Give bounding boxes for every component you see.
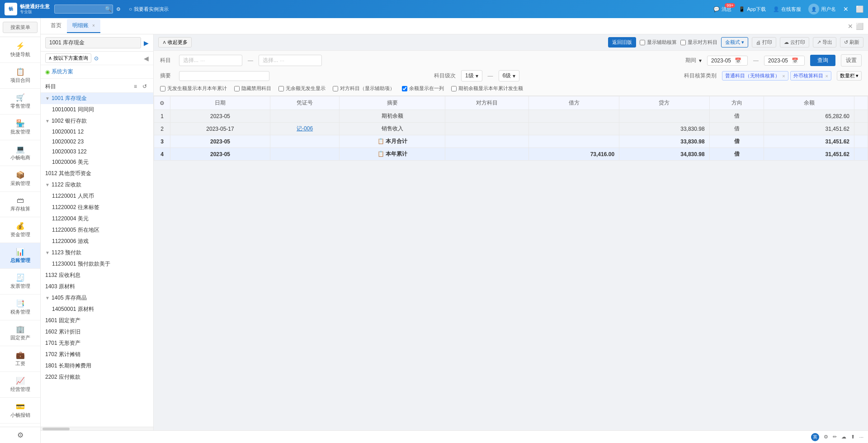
- subject-start-input[interactable]: 选择... ···: [179, 55, 242, 66]
- level-start-select[interactable]: 1级 ▾: [461, 70, 482, 81]
- sidebar-item-operations[interactable]: 📈 经营管理: [0, 372, 40, 398]
- bottom-more-btn[interactable]: ···: [859, 434, 863, 440]
- sidebar-item-wholesale[interactable]: 🏪 批发管理: [0, 114, 40, 140]
- cb-balance-one-col-input[interactable]: [402, 86, 407, 91]
- tree-item-11220004[interactable]: 11220004 美元: [41, 213, 153, 224]
- account-tree[interactable]: 科目 ≡ ↺ ▼ 1001 库存现金 10010001 同同同: [41, 79, 153, 427]
- tree-item-10020003[interactable]: 10020003 122: [41, 147, 153, 157]
- tree-item-1601[interactable]: 1601 固定资产: [41, 315, 153, 326]
- bottom-edit-btn[interactable]: ✏: [833, 434, 837, 440]
- tree-item-1123[interactable]: ▼ 1123 预付款: [41, 247, 153, 258]
- tree-item-1702[interactable]: 1702 累计摊销: [41, 349, 153, 360]
- online-service-btn[interactable]: 👤 在线客服: [773, 6, 801, 13]
- tree-item-1801[interactable]: 1801 长期待摊费用: [41, 360, 153, 372]
- sidebar-item-basic-info[interactable]: ℹ 基础信息: [0, 424, 40, 427]
- filter-settings-btn[interactable]: 设置: [841, 54, 862, 67]
- lang-btn[interactable]: 英: [811, 433, 819, 441]
- sidebar-item-ecommerce[interactable]: 💻 小畅电商: [0, 140, 40, 166]
- period-end-input[interactable]: 2023-05 📅: [764, 56, 805, 66]
- demo-link[interactable]: ○ 我要看实例演示: [129, 6, 169, 13]
- sidebar-item-purchase[interactable]: 📦 采购管理: [0, 166, 40, 192]
- sidebar-item-project-contract[interactable]: 📋 项目合同: [0, 63, 40, 89]
- period-start-input[interactable]: 2023-05 📅: [707, 56, 748, 66]
- tree-item-11230001[interactable]: 11230001 预付款款美于: [41, 258, 153, 270]
- search-input[interactable]: [54, 5, 113, 14]
- row-voucher[interactable]: 记-006: [270, 123, 340, 135]
- sidebar-item-quick-nav[interactable]: ⚡ 快捷导航: [0, 37, 40, 63]
- tree-item-1002[interactable]: ▼ 1002 银行存款: [41, 115, 153, 127]
- cb-no-amount-input[interactable]: [160, 86, 165, 91]
- tree-item-10020001[interactable]: 10020001 12: [41, 127, 153, 137]
- tree-item-11220001[interactable]: 11220001 人民币: [41, 191, 153, 202]
- tree-item-10020002[interactable]: 10020002 23: [41, 137, 153, 147]
- sidebar-item-ledger[interactable]: 📊 总账管理: [0, 243, 40, 269]
- bottom-cloud-btn[interactable]: ☁: [841, 434, 846, 440]
- maximize-window-btn[interactable]: ⬜: [856, 5, 863, 13]
- level-end-select[interactable]: 6级 ▾: [499, 70, 520, 81]
- return-old-btn[interactable]: 返回旧版: [608, 37, 636, 48]
- tree-item-2202[interactable]: 2202 应付账款: [41, 372, 153, 383]
- tree-item-1122[interactable]: ▼ 1122 应收款: [41, 179, 153, 191]
- query-btn[interactable]: 查询: [810, 55, 835, 66]
- sidebar-search-btn[interactable]: 搜索菜单: [3, 22, 38, 33]
- user-menu[interactable]: 👤 用户名: [808, 4, 836, 14]
- export-btn[interactable]: ↗ 导出: [813, 37, 836, 48]
- window-restore-btn[interactable]: ⬜: [856, 23, 863, 30]
- tree-item-1405[interactable]: ▼ 1405 库存商品: [41, 292, 153, 304]
- sidebar-item-tax[interactable]: 📑 税务管理: [0, 295, 40, 320]
- remove-tag-0-btn[interactable]: ×: [782, 73, 785, 79]
- tree-item-1602[interactable]: 1602 累计折旧: [41, 326, 153, 338]
- tree-item-14050001[interactable]: 14050001 原材料: [41, 304, 153, 315]
- bottom-upload-btn[interactable]: ⬆: [851, 434, 855, 440]
- app-download-btn[interactable]: 📱 App下载: [739, 6, 766, 13]
- bottom-settings-btn[interactable]: ⚙: [824, 434, 828, 440]
- tree-item-11220005[interactable]: 11220005 所在地区: [41, 224, 153, 236]
- tree-item-11220006[interactable]: 11220006 游戏: [41, 236, 153, 247]
- aux-calc-checkbox[interactable]: [640, 40, 645, 45]
- system-scheme-btn[interactable]: ◉ 系统方案: [45, 68, 149, 76]
- messages-btn[interactable]: 💬 消息 99+: [713, 6, 731, 13]
- sidebar-item-inventory[interactable]: 🗃 库存核算: [0, 192, 40, 217]
- sidebar-item-retail[interactable]: 🛒 零售管理: [0, 89, 40, 114]
- tree-refresh-btn[interactable]: ↺: [141, 82, 149, 91]
- tree-item-1701[interactable]: 1701 无形资产: [41, 338, 153, 349]
- print-btn[interactable]: 🖨 打印: [752, 37, 776, 48]
- collapse-panel-btn[interactable]: ◀: [144, 55, 149, 62]
- cb-no-balance-input[interactable]: [278, 86, 284, 91]
- settings-btn[interactable]: ⚙: [113, 5, 123, 13]
- opposite-checkbox[interactable]: [680, 40, 686, 45]
- remove-tag-1-btn[interactable]: ×: [826, 73, 828, 79]
- scrollbar-thumb[interactable]: [42, 428, 70, 430]
- tree-item-1132[interactable]: 1132 应收利息: [41, 270, 153, 281]
- subject-end-input[interactable]: 选择... ···: [259, 55, 322, 66]
- window-close-btn[interactable]: ✕: [848, 23, 853, 30]
- amount-format-btn[interactable]: 金额式 ▾: [721, 37, 748, 48]
- collapse-more-btn[interactable]: ∧ 收起更多: [158, 37, 192, 48]
- cb-opposite-input[interactable]: [333, 86, 338, 91]
- sidebar-settings-btn[interactable]: ⚙: [17, 431, 24, 439]
- qty-btn[interactable]: 数量栏 ▾: [837, 71, 862, 81]
- cb-opening-ytd-input[interactable]: [451, 86, 457, 91]
- col-settings[interactable]: ⚙: [154, 96, 170, 110]
- summary-input[interactable]: [179, 71, 269, 81]
- close-window-btn[interactable]: ✕: [843, 5, 849, 13]
- sidebar-item-mini-sales[interactable]: 💳 小畅报销: [0, 398, 40, 424]
- tab-close-btn[interactable]: ×: [92, 23, 95, 28]
- query-by-btn[interactable]: ∧ 按以下方案查询: [45, 53, 91, 63]
- sidebar-item-fixed-assets[interactable]: 🏢 固定资产: [0, 320, 40, 346]
- tree-item-10020006[interactable]: 10020006 美元: [41, 157, 153, 168]
- cloud-print-btn[interactable]: ☁ 云打印: [780, 37, 809, 48]
- tab-home[interactable]: 首页: [45, 19, 67, 33]
- filter-circle-icon[interactable]: ⊙: [94, 55, 99, 62]
- sidebar-item-payroll[interactable]: 💼 工资: [0, 346, 40, 372]
- h-scrollbar[interactable]: [41, 427, 153, 430]
- nav-next-btn[interactable]: ▶: [144, 39, 149, 47]
- tree-item-1001[interactable]: ▼ 1001 库存现金: [41, 93, 153, 104]
- tree-item-1012[interactable]: 1012 其他货币资金: [41, 168, 153, 179]
- tree-item-11220002[interactable]: 11220002 往来标签: [41, 202, 153, 213]
- cb-hide-disabled-input[interactable]: [234, 86, 240, 91]
- tree-item-10010001[interactable]: 10010001 同同同: [41, 104, 153, 115]
- tab-detail-ledger[interactable]: 明细账 ×: [67, 19, 100, 33]
- tree-expand-btn[interactable]: ≡: [132, 82, 139, 91]
- tree-item-1403[interactable]: 1403 原材料: [41, 281, 153, 292]
